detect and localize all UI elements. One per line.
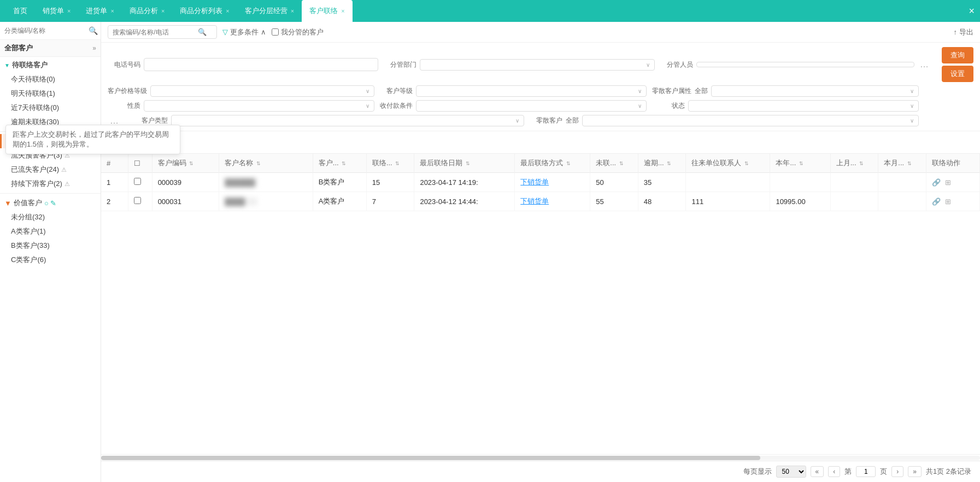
- collapse-sidebar-icon[interactable]: »: [92, 44, 96, 52]
- search-input[interactable]: [113, 28, 195, 36]
- price-grade-select[interactable]: ∨: [150, 85, 374, 97]
- sidebar-item-7days[interactable]: 近7天待联络(0): [0, 101, 101, 115]
- close-segmentation-icon[interactable]: ×: [291, 8, 294, 14]
- retail-attr-select[interactable]: ∨: [711, 85, 919, 97]
- action-grid-icon-1[interactable]: ⊞: [945, 178, 951, 187]
- nav-tab-home[interactable]: 首页: [5, 0, 35, 22]
- row-checkbox-2[interactable]: [134, 197, 141, 204]
- sidebar-item-ungrouped[interactable]: 未分组(32): [0, 210, 101, 224]
- main-layout: 🔍 全部客户 » ▼ 待联络客户 今天待联络(0) 明天待联络(1) 近7天待联…: [0, 22, 980, 482]
- cell-code-1: 000039: [152, 173, 219, 192]
- phone-input[interactable]: [144, 58, 378, 71]
- nav-tab-sales[interactable]: 销货单 ×: [35, 0, 78, 22]
- sidebar-item-c-class[interactable]: C类客户(6): [0, 253, 101, 267]
- cell-uncontacted-1: 50: [590, 173, 638, 192]
- retail-customer-select[interactable]: ∨: [582, 115, 919, 126]
- last-page-btn[interactable]: »: [908, 466, 922, 477]
- cell-name-1: ██████: [219, 173, 313, 192]
- customer-name-1: ██████: [225, 178, 257, 187]
- sidebar-item-lost[interactable]: 已流失客户(24) ⚠: [0, 162, 101, 177]
- cell-check-2[interactable]: [128, 192, 152, 211]
- col-level[interactable]: 客户... ⇅: [313, 154, 366, 173]
- action-icons-1: 🔗 ⊞: [932, 178, 974, 187]
- col-overdue[interactable]: 逾期... ⇅: [638, 154, 686, 173]
- status-select[interactable]: ∨: [688, 100, 919, 112]
- customer-grade-select[interactable]: ∨: [416, 85, 647, 97]
- col-contact-count[interactable]: 联络... ⇅: [366, 154, 414, 173]
- payment-select[interactable]: ∨: [416, 100, 647, 112]
- value-group-header[interactable]: ▼ 价值客户 ○ ✎: [0, 196, 101, 210]
- page-label: 第: [844, 467, 852, 477]
- pagination-bar: 每页显示 50 100 200 « ‹ 第 页 › » 共1页 2条记录: [101, 461, 980, 482]
- cell-index-2: 2: [101, 192, 128, 211]
- dept-select[interactable]: ∨: [420, 59, 654, 71]
- last-method-link-1[interactable]: 下销货单: [520, 178, 549, 186]
- close-contact-icon[interactable]: ×: [341, 8, 344, 14]
- next-page-btn[interactable]: ›: [891, 466, 903, 477]
- export-button[interactable]: ↑ 导出: [954, 27, 974, 37]
- sidebar-item-today[interactable]: 今天待联络(0): [0, 72, 101, 86]
- col-code[interactable]: 客户编码 ⇅: [152, 154, 219, 173]
- page-input[interactable]: [856, 466, 876, 477]
- close-analysis-list-icon[interactable]: ×: [226, 8, 229, 14]
- col-this-month[interactable]: 本月... ⇅: [878, 154, 926, 173]
- horizontal-scrollbar[interactable]: [101, 454, 980, 461]
- sidebar-item-tomorrow[interactable]: 明天待联络(1): [0, 86, 101, 101]
- row-checkbox-1[interactable]: [134, 178, 141, 185]
- settings-button[interactable]: 设置: [942, 66, 973, 82]
- more-conditions-btn[interactable]: ▽ 更多条件 ∧: [222, 27, 266, 37]
- all-customers-header[interactable]: 全部客户 »: [0, 40, 101, 57]
- sidebar-item-b-class[interactable]: B类客户(33): [0, 239, 101, 253]
- nature-select[interactable]: ∨: [144, 100, 374, 112]
- col-this-year[interactable]: 本年... ⇅: [770, 154, 830, 173]
- nav-tab-segmentation[interactable]: 客户分层经营 ×: [237, 0, 302, 22]
- col-last-date[interactable]: 最后联络日期 ⇅: [414, 154, 515, 173]
- prev-page-btn[interactable]: ‹: [828, 466, 840, 477]
- edit-value-group-icon[interactable]: ○ ✎: [44, 199, 56, 207]
- manager-dots-icon[interactable]: …: [918, 60, 931, 69]
- per-page-select[interactable]: 50 100 200: [776, 466, 806, 478]
- sidebar-search-input[interactable]: [4, 27, 86, 34]
- col-uncontacted[interactable]: 未联... ⇅: [590, 154, 638, 173]
- sidebar-item-declining[interactable]: 持续下滑客户(2) ⚠: [0, 177, 101, 191]
- waiting-contact-group[interactable]: ▼ 待联络客户: [0, 57, 101, 72]
- scrollbar-thumb[interactable]: [101, 456, 760, 460]
- top-nav: 首页 销货单 × 进货单 × 商品分析 × 商品分析列表 × 客户分层经营 × …: [0, 0, 980, 22]
- nav-tab-purchase[interactable]: 进货单 ×: [78, 0, 121, 22]
- cell-check-1[interactable]: [128, 173, 152, 192]
- customer-type-select[interactable]: ∨: [171, 115, 524, 126]
- col-contacts[interactable]: 往来单位联系人 ⇅: [686, 154, 770, 173]
- cell-name-2: ████: [219, 192, 313, 211]
- query-buttons: 查询 设置: [942, 47, 973, 82]
- action-link-icon-2[interactable]: 🔗: [932, 198, 941, 206]
- sidebar-search-icon[interactable]: 🔍: [89, 26, 98, 35]
- last-method-link-2[interactable]: 下销货单: [520, 197, 549, 205]
- col-name[interactable]: 客户名称 ⇅: [219, 154, 313, 173]
- action-grid-icon-2[interactable]: ⊞: [945, 198, 951, 206]
- close-analysis-icon[interactable]: ×: [161, 8, 165, 14]
- nav-tab-contact[interactable]: 客户联络 ×: [302, 0, 352, 22]
- customers-table: # ☐ 客户编码 ⇅ 客户名称 ⇅ 客户... ⇅ 联络... ⇅ 最后联络日期…: [101, 154, 980, 211]
- my-customers-checkbox[interactable]: [272, 28, 279, 36]
- filter-row-3: 性质 ∨ 收付款条件 ∨ 状态: [108, 100, 973, 112]
- cell-this-month-2: [878, 192, 926, 211]
- first-page-btn[interactable]: «: [811, 466, 824, 477]
- filter-dots-btn[interactable]: …: [108, 116, 121, 126]
- close-purchase-icon[interactable]: ×: [110, 8, 114, 14]
- col-last-month[interactable]: 上月... ⇅: [830, 154, 878, 173]
- manager-select[interactable]: [696, 62, 914, 67]
- sidebar-item-a-class[interactable]: A类客户(1): [0, 224, 101, 239]
- close-sales-icon[interactable]: ×: [67, 8, 71, 14]
- sidebar: 🔍 全部客户 » ▼ 待联络客户 今天待联络(0) 明天待联络(1) 近7天待联…: [0, 22, 101, 482]
- nav-tab-analysis-list[interactable]: 商品分析列表 ×: [172, 0, 237, 22]
- sort-last-month-icon: ⇅: [859, 161, 864, 166]
- query-button[interactable]: 查询: [942, 47, 973, 63]
- cell-contact-count-1: 15: [366, 173, 414, 192]
- nav-tab-analysis[interactable]: 商品分析 ×: [122, 0, 172, 22]
- action-link-icon-1[interactable]: 🔗: [932, 178, 941, 187]
- search-input-icon[interactable]: 🔍: [198, 28, 207, 36]
- col-last-method[interactable]: 最后联络方式 ⇅: [515, 154, 590, 173]
- filter-dots-area: …: [108, 116, 130, 126]
- cell-uncontacted-2: 55: [590, 192, 638, 211]
- close-all-tabs-icon[interactable]: ×: [969, 5, 975, 17]
